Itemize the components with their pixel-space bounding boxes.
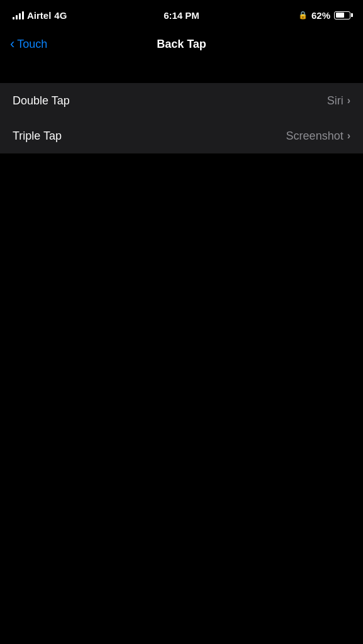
signal-bars-icon bbox=[13, 11, 24, 19]
signal-bar-4 bbox=[22, 11, 24, 19]
battery-body bbox=[334, 11, 350, 19]
triple-tap-label: Triple Tap bbox=[13, 130, 62, 143]
double-tap-right: Siri › bbox=[327, 94, 350, 108]
back-chevron-icon: ‹ bbox=[10, 37, 14, 51]
page-title: Back Tap bbox=[157, 38, 206, 51]
status-left: Airtel 4G bbox=[13, 10, 67, 21]
signal-bar-2 bbox=[16, 15, 18, 19]
battery-fill bbox=[336, 13, 344, 18]
double-tap-row[interactable]: Double Tap Siri › bbox=[0, 83, 363, 118]
triple-tap-right: Screenshot › bbox=[286, 130, 350, 143]
signal-bar-3 bbox=[19, 13, 21, 19]
battery-percent-label: 62% bbox=[311, 10, 330, 21]
carrier-label: Airtel bbox=[27, 10, 51, 21]
triple-tap-value: Screenshot bbox=[286, 130, 343, 143]
status-bar: Airtel 4G 6:14 PM 🔒 62% bbox=[0, 0, 363, 28]
back-button[interactable]: ‹ Touch bbox=[10, 38, 47, 51]
double-tap-value: Siri bbox=[327, 94, 343, 108]
signal-bar-1 bbox=[13, 17, 14, 19]
lock-icon: 🔒 bbox=[298, 11, 308, 19]
triple-tap-chevron-icon: › bbox=[347, 130, 350, 142]
back-label: Touch bbox=[17, 38, 47, 51]
battery-icon bbox=[334, 11, 350, 19]
double-tap-chevron-icon: › bbox=[347, 95, 350, 106]
status-right: 🔒 62% bbox=[298, 10, 350, 21]
triple-tap-row[interactable]: Triple Tap Screenshot › bbox=[0, 118, 363, 153]
network-type-label: 4G bbox=[54, 10, 67, 21]
status-time: 6:14 PM bbox=[164, 10, 199, 21]
double-tap-label: Double Tap bbox=[13, 94, 70, 108]
nav-bar: ‹ Touch Back Tap bbox=[0, 28, 363, 60]
settings-list: Double Tap Siri › Triple Tap Screenshot … bbox=[0, 83, 363, 153]
section-gap bbox=[0, 60, 363, 83]
